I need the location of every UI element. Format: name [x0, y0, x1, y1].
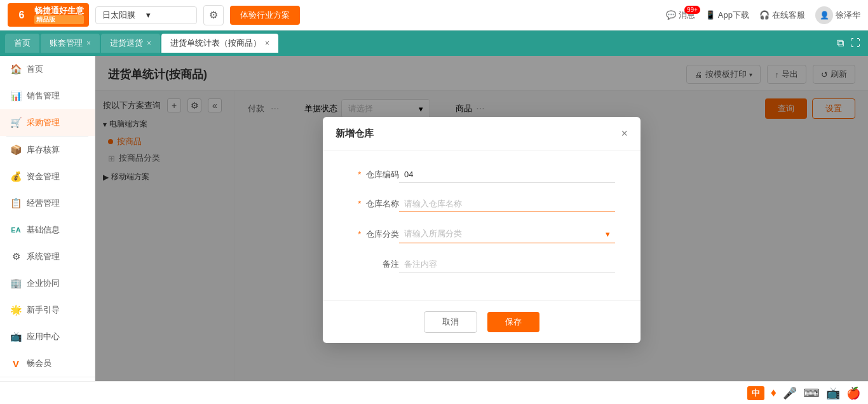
sidebar-item-guide[interactable]: 🌟 新手引导	[0, 297, 95, 323]
cancel-button[interactable]: 取消	[424, 311, 477, 333]
tab-bar: 首页 账套管理 × 进货退货 × 进货单统计表（按商品） × ⧉ ⛶	[0, 30, 868, 56]
app-center-icon: 📺	[10, 331, 22, 342]
keyboard-icon[interactable]: ⌨	[803, 386, 820, 400]
sidebar-item-basic-info[interactable]: EA 基础信息	[0, 217, 95, 243]
dialog-title: 新增仓库	[336, 128, 374, 140]
phone-icon: 📱	[705, 10, 715, 20]
sidebar-item-purchase[interactable]: 🛒 采购管理	[0, 109, 95, 136]
warehouse-category-select[interactable]: 请输入所属分类 ▾	[399, 225, 615, 243]
sales-icon: 📊	[10, 90, 22, 102]
warehouse-name-input[interactable]	[399, 196, 615, 212]
basic-info-icon: EA	[10, 224, 22, 236]
bottom-bar: 中 ♦ 🎤 ⌨ 📺 🍎	[0, 381, 868, 404]
form-row-name: * 仓库名称	[348, 196, 615, 212]
logo-icon: 6	[13, 6, 31, 24]
form-label-name: * 仓库名称	[348, 198, 399, 210]
mic-icon[interactable]: 🎤	[783, 386, 797, 400]
tab-fullscreen-btn[interactable]: ⛶	[848, 35, 863, 51]
message-icon: 💬	[666, 10, 676, 20]
chinese-input-btn[interactable]: 中	[747, 386, 764, 400]
tab-close-stats[interactable]: ×	[265, 39, 269, 48]
logo-text: 畅捷通好生意 精品版	[34, 6, 84, 25]
apple-icon[interactable]: 🍎	[846, 386, 860, 400]
online-service-nav-item[interactable]: 🎧 在线客服	[759, 10, 805, 21]
purchase-icon: 🛒	[10, 117, 22, 128]
new-warehouse-dialog: 新增仓库 × * 仓库编码 *	[323, 117, 641, 343]
inventory-icon: 📦	[10, 144, 22, 156]
save-button[interactable]: 保存	[487, 312, 539, 332]
form-row-remark: 备注	[348, 256, 615, 273]
settings-icon[interactable]: ⚙	[203, 5, 224, 25]
display-icon[interactable]: 📺	[826, 386, 840, 400]
home-icon: 🏠	[10, 64, 22, 75]
app-download-nav-item[interactable]: 📱 App下载	[705, 10, 749, 21]
tab-stats[interactable]: 进货单统计表（按商品） ×	[161, 34, 278, 53]
sidebar-item-member[interactable]: V 畅会员	[0, 350, 95, 377]
dialog-body: * 仓库编码 * 仓库名称	[323, 151, 641, 300]
form-label-code: * 仓库编码	[348, 169, 399, 180]
tab-accounts[interactable]: 账套管理 ×	[41, 34, 100, 53]
finance-icon: 💰	[10, 171, 22, 182]
enterprise-icon: 🏢	[10, 278, 22, 289]
sidebar-item-inventory[interactable]: 📦 库存核算	[0, 137, 95, 163]
trial-button[interactable]: 体验行业方案	[230, 6, 300, 25]
sidebar: 🏠 首页 📊 销售管理 🛒 采购管理 📦 库存核算 💰 资金管理 📋 经营管理 …	[0, 56, 95, 404]
main-layout: 🏠 首页 📊 销售管理 🛒 采购管理 📦 库存核算 💰 资金管理 📋 经营管理 …	[0, 56, 868, 404]
chevron-down-icon: ▾	[146, 10, 190, 20]
logo-area: 6 畅捷通好生意 精品版	[8, 3, 89, 27]
sidebar-item-sales[interactable]: 📊 销售管理	[0, 83, 95, 109]
tab-restore-btn[interactable]: ⧉	[834, 35, 846, 51]
remark-input[interactable]	[399, 256, 615, 273]
form-row-category: * 仓库分类 请输入所属分类 ▾	[348, 225, 615, 243]
dialog-close-button[interactable]: ×	[621, 127, 628, 140]
sidebar-item-enterprise[interactable]: 🏢 企业协同	[0, 270, 95, 297]
form-label-remark: 备注	[348, 259, 399, 270]
dialog-footer: 取消 保存	[323, 300, 641, 343]
operations-icon: 📋	[10, 198, 22, 209]
sidebar-item-system[interactable]: ⚙ 系统管理	[0, 243, 95, 270]
sidebar-item-app-center[interactable]: 📺 应用中心	[0, 323, 95, 350]
warehouse-code-input[interactable]	[399, 166, 615, 183]
sidebar-item-home[interactable]: 🏠 首页	[0, 56, 95, 83]
member-icon: V	[10, 358, 22, 369]
guide-icon: 🌟	[10, 304, 22, 316]
messages-nav-item[interactable]: 💬 消息 99+	[666, 10, 695, 21]
top-nav: 6 畅捷通好生意 精品版 日太阳膜 ▾ ⚙ 体验行业方案 💬 消息 99+ 📱 …	[0, 0, 868, 30]
form-label-category: * 仓库分类	[348, 229, 399, 240]
category-select-chevron-icon: ▾	[606, 229, 610, 239]
user-avatar-area[interactable]: 👤 徐泽华	[815, 6, 860, 24]
avatar: 👤	[815, 6, 833, 24]
dialog-overlay: 新增仓库 × * 仓库编码 *	[95, 56, 868, 404]
system-icon: ⚙	[10, 251, 22, 262]
sidebar-item-finance[interactable]: 💰 资金管理	[0, 163, 95, 190]
tab-close-returns[interactable]: ×	[147, 39, 151, 48]
store-selector[interactable]: 日太阳膜 ▾	[95, 6, 197, 24]
headset-icon: 🎧	[759, 10, 770, 20]
tab-close-accounts[interactable]: ×	[86, 39, 91, 48]
sidebar-item-operations[interactable]: 📋 经营管理	[0, 190, 95, 217]
accessibility-icon[interactable]: ♦	[771, 386, 776, 400]
content-area: 进货单统计(按商品) 🖨 按模板打印 ▾ ↑ 导出 ↺ 刷新	[95, 56, 868, 404]
nav-right: 💬 消息 99+ 📱 App下载 🎧 在线客服 👤 徐泽华	[666, 6, 860, 24]
tab-returns[interactable]: 进货退货 ×	[101, 34, 160, 53]
tab-home[interactable]: 首页	[5, 34, 39, 53]
form-row-code: * 仓库编码	[348, 166, 615, 183]
dialog-header: 新增仓库 ×	[323, 117, 641, 151]
